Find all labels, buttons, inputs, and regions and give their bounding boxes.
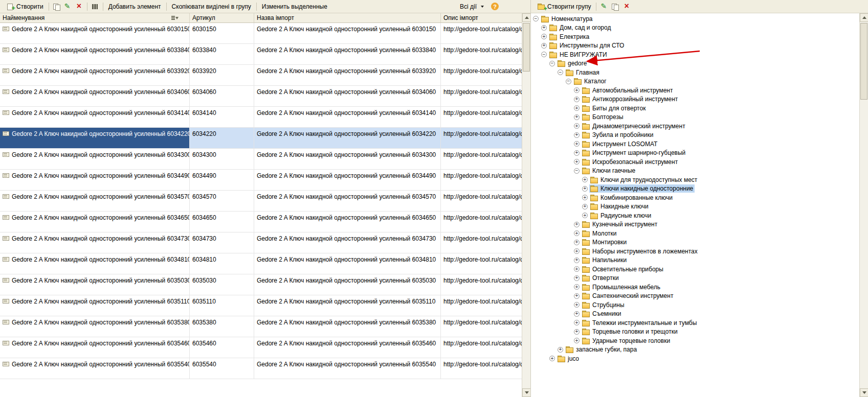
tree-node-content[interactable]: Искробезопасный инструмент [581,158,679,166]
tree-node[interactable]: + Зубила и пробойники [531,131,859,140]
table-row[interactable]: Gedore 2 A Ключ накидной односторонний у… [0,44,522,65]
import-name-cell[interactable]: Gedore 2 A Ключ накидной односторонний у… [254,44,441,64]
tree-node[interactable]: + Промышленная мебель [531,283,859,292]
tree-expander-icon[interactable]: + [574,159,580,165]
tree-node[interactable]: + juco [531,354,859,363]
tree-node[interactable]: + Накидные ключи [531,202,859,212]
scroll-up-button[interactable] [860,13,868,22]
copy-selected-to-group-button[interactable]: Скопіювати виділені в групу [169,2,254,12]
tree-node-content[interactable]: Номенклатура [540,15,594,23]
scroll-up-button[interactable] [522,13,530,22]
tree-node[interactable]: − Главная [531,68,859,77]
import-name-cell[interactable]: Gedore 2 A Ключ накидной односторонний у… [254,107,441,127]
tree-node-content[interactable]: Съемники [581,310,622,318]
table-row[interactable]: Gedore 2 A Ключ накидной односторонний у… [0,65,522,86]
import-desc-cell[interactable]: http://gedore-tool.ru/catalog/d... [441,316,522,337]
tree-node-content[interactable]: Ударные торцевые головки [581,337,672,345]
tree-node-content[interactable]: Болторезы [581,113,625,121]
table-row[interactable]: Gedore 2 A Ключ накидной односторонний у… [0,23,522,44]
name-cell[interactable]: Gedore 2 A Ключ накидной односторонний у… [0,191,190,211]
column-header-name[interactable]: Найменування [0,13,190,22]
tree-expander-icon[interactable]: + [574,293,580,299]
tree-node[interactable]: + Болторезы [531,113,859,122]
tree-expander-icon[interactable]: − [533,16,539,21]
tree-expander-icon[interactable]: + [574,275,580,281]
tree-node-content[interactable]: juco [557,355,581,363]
tree-node-content[interactable]: Антикоррозийный инструмент [581,95,679,103]
table-row[interactable]: Gedore 2 A Ключ накидной односторонний у… [0,107,522,128]
create-button[interactable]: Створити [3,2,47,12]
tree-node[interactable]: + Дом, сад и огород [531,24,859,33]
tree-node-content[interactable]: НЕ ВИГРУЖАТИ [548,51,609,59]
tree-node[interactable]: + Молотки [531,229,859,238]
tree-node-content[interactable]: Отвертки [581,274,620,282]
scroll-thumb[interactable] [860,23,867,100]
name-cell[interactable]: Gedore 2 A Ключ накидной односторонний у… [0,65,190,85]
article-cell[interactable]: 6034650 [190,212,254,232]
tree-node-content[interactable]: Инструмент LOSOMAT [581,140,659,148]
import-name-cell[interactable]: Gedore 2 A Ключ накидной односторонний у… [254,191,441,211]
tree-expander-icon[interactable]: + [574,141,580,147]
tree-node-content[interactable]: Главная [565,68,601,77]
tree-node-content[interactable]: Инструмент шарнирно-губцевый [581,149,687,157]
import-desc-cell[interactable]: http://gedore-tool.ru/catalog/d... [441,149,522,169]
tree-node-content[interactable]: Торцевые головки и трещотки [581,328,679,336]
tree-node[interactable]: + Антикоррозийный инструмент [531,95,859,104]
tree-expander-icon[interactable]: + [574,114,580,120]
tree-vertical-scrollbar[interactable] [859,13,868,397]
article-cell[interactable]: 6035110 [190,295,254,316]
tree-expander-icon[interactable]: + [582,204,588,209]
table-row[interactable]: Gedore 2 A Ключ накидной односторонний у… [0,253,522,274]
column-header-article[interactable]: Артикул [190,13,254,22]
tree-expander-icon[interactable]: − [566,79,571,84]
article-cell[interactable]: 6035030 [190,274,254,295]
tree-node[interactable]: + Инструменты для СТО [531,41,859,51]
name-cell[interactable]: Gedore 2 A Ключ накидной односторонний у… [0,212,190,232]
table-row[interactable]: Gedore 2 A Ключ накидной односторонний у… [0,212,522,232]
import-name-cell[interactable]: Gedore 2 A Ключ накидной односторонний у… [254,316,441,337]
article-cell[interactable]: 6034220 [190,128,254,148]
tree-node[interactable]: + Струбцины [531,300,859,310]
name-cell[interactable]: Gedore 2 A Ключ накидной односторонний у… [0,274,190,295]
delete-item-button[interactable] [74,2,85,12]
copy-group-button[interactable] [610,2,621,12]
import-desc-cell[interactable]: http://gedore-tool.ru/catalog/d... [441,107,522,127]
tree-node[interactable]: + Ключи для труднодоступных мест [531,175,859,184]
tree-node[interactable]: + Ударные торцевые головки [531,336,859,345]
scroll-down-button[interactable] [522,388,530,397]
article-cell[interactable]: 6034300 [190,149,254,169]
name-cell[interactable]: Gedore 2 A Ключ накидной односторонний у… [0,128,190,148]
name-cell[interactable]: Gedore 2 A Ключ накидной односторонний у… [0,86,190,106]
import-desc-cell[interactable]: http://gedore-tool.ru/catalog/d... [441,170,522,190]
tree-expander-icon[interactable]: + [574,248,580,254]
import-desc-cell[interactable]: http://gedore-tool.ru/catalog/d... [441,253,522,274]
tree-expander-icon[interactable]: + [574,97,580,102]
tree-expander-icon[interactable]: − [549,61,555,66]
tree-node[interactable]: + Инструмент шарнирно-губцевый [531,149,859,158]
tree-expander-icon[interactable]: + [558,347,563,353]
table-row[interactable]: Gedore 2 A Ключ накидной односторонний у… [0,337,522,358]
name-cell[interactable]: Gedore 2 A Ключ накидной односторонний у… [0,44,190,64]
tree-node[interactable]: + Радиусные ключи [531,211,859,220]
tree-expander-icon[interactable]: + [574,338,580,343]
tree-node-content[interactable]: Тележки инструментальные и тумбы [581,319,698,327]
name-cell[interactable]: Gedore 2 A Ключ накидной односторонний у… [0,107,190,127]
tree-node[interactable]: + Тележки инструментальные и тумбы [531,318,859,328]
import-name-cell[interactable]: Gedore 2 A Ключ накидной односторонний у… [254,149,441,169]
column-header-import-desc[interactable]: Опис імпорт [441,13,522,22]
name-cell[interactable]: Gedore 2 A Ключ накидной односторонний у… [0,316,190,337]
tree-node[interactable]: + Сантехнический инструмент [531,292,859,301]
tree-expander-icon[interactable]: + [574,284,580,290]
article-cell[interactable]: 6033920 [190,65,254,85]
tree-node[interactable]: + Наборы инструментов в ложементах [531,247,859,256]
tree-node-content[interactable]: Автомобильный инструмент [581,86,674,95]
import-desc-cell[interactable]: http://gedore-tool.ru/catalog/d... [441,295,522,316]
tree-expander-icon[interactable]: + [574,222,580,227]
tree-node[interactable]: + Кузнечный инструмент [531,220,859,229]
import-name-cell[interactable]: Gedore 2 A Ключ накидной односторонний у… [254,23,441,43]
table-row[interactable]: Gedore 2 A Ключ накидной односторонний у… [0,295,522,316]
tree-node[interactable]: + Биты для отверток [531,104,859,113]
import-desc-cell[interactable]: http://gedore-tool.ru/catalog/d... [441,212,522,232]
tree-node-content[interactable]: Електрика [548,33,591,41]
set-interval-button[interactable] [90,2,101,12]
